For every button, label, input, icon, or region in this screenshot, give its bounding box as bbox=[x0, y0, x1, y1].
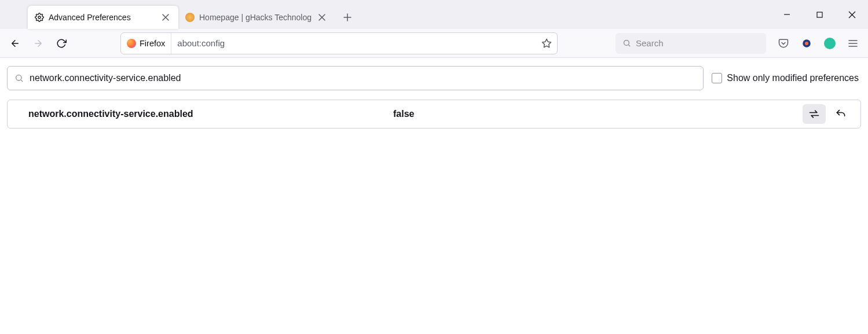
close-window-button[interactable] bbox=[836, 1, 868, 28]
search-box[interactable]: Search bbox=[616, 33, 766, 54]
about-config-content: Show only modified preferences network.c… bbox=[0, 58, 868, 137]
tab-strip: Advanced Preferences Homepage | gHacks T… bbox=[0, 0, 357, 29]
account-avatar[interactable] bbox=[819, 33, 840, 54]
svg-point-6 bbox=[16, 75, 21, 80]
preference-actions bbox=[803, 104, 852, 124]
preference-value: false bbox=[393, 109, 796, 119]
show-modified-only-label: Show only modified preferences bbox=[727, 73, 859, 83]
svg-point-0 bbox=[38, 16, 41, 19]
url-bar[interactable]: Firefox about:config bbox=[120, 32, 558, 54]
preference-name: network.connectivity-service.enabled bbox=[16, 109, 386, 119]
window-controls bbox=[771, 0, 868, 29]
titlebar: Advanced Preferences Homepage | gHacks T… bbox=[0, 0, 868, 29]
undo-icon bbox=[835, 108, 847, 120]
forward-button[interactable] bbox=[28, 33, 49, 54]
svg-point-5 bbox=[805, 42, 808, 45]
identity-label: Firefox bbox=[140, 39, 165, 48]
nav-toolbar: Firefox about:config Search bbox=[0, 29, 868, 58]
avatar-dot-icon bbox=[824, 38, 836, 49]
tab-ghacks[interactable]: Homepage | gHacks Technolog bbox=[178, 6, 335, 29]
ghacks-icon bbox=[185, 13, 195, 22]
svg-rect-1 bbox=[817, 12, 822, 17]
checkbox-icon[interactable] bbox=[712, 73, 722, 83]
tab-title: Homepage | gHacks Technolog bbox=[199, 13, 312, 22]
close-icon[interactable] bbox=[316, 12, 328, 23]
tab-title: Advanced Preferences bbox=[49, 13, 155, 22]
preference-search-input[interactable] bbox=[30, 73, 696, 83]
search-icon bbox=[14, 74, 24, 83]
maximize-button[interactable] bbox=[803, 1, 836, 28]
toggle-arrows-icon bbox=[808, 108, 820, 120]
search-placeholder: Search bbox=[636, 38, 664, 48]
close-icon[interactable] bbox=[160, 12, 171, 23]
extension-icon[interactable] bbox=[796, 33, 817, 54]
toggle-button[interactable] bbox=[803, 104, 826, 124]
minimize-button[interactable] bbox=[771, 1, 803, 28]
reload-button[interactable] bbox=[51, 33, 72, 54]
svg-point-3 bbox=[624, 41, 629, 46]
new-tab-button[interactable] bbox=[338, 8, 357, 27]
preference-row[interactable]: network.connectivity-service.enabled fal… bbox=[8, 100, 860, 128]
search-icon bbox=[622, 39, 631, 47]
address-text[interactable]: about:config bbox=[171, 38, 536, 48]
pocket-icon[interactable] bbox=[773, 33, 794, 54]
bookmark-star-icon[interactable] bbox=[536, 38, 557, 49]
firefox-icon bbox=[127, 39, 136, 48]
tab-advanced-preferences[interactable]: Advanced Preferences bbox=[28, 6, 178, 29]
svg-marker-2 bbox=[543, 39, 551, 47]
identity-box[interactable]: Firefox bbox=[121, 33, 171, 54]
show-modified-only-toggle[interactable]: Show only modified preferences bbox=[712, 73, 861, 83]
app-menu-button[interactable] bbox=[843, 33, 863, 54]
gear-icon bbox=[35, 13, 44, 22]
preference-search-box[interactable] bbox=[7, 66, 704, 90]
reset-button[interactable] bbox=[829, 104, 852, 124]
preference-table: network.connectivity-service.enabled fal… bbox=[7, 100, 861, 129]
preference-search-row: Show only modified preferences bbox=[7, 66, 861, 90]
back-button[interactable] bbox=[5, 33, 25, 54]
